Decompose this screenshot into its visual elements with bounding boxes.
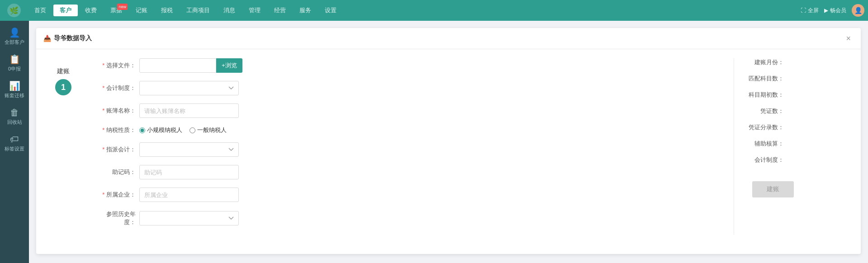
ledger-name-row: 账簿名称：: [100, 103, 725, 118]
app-logo: 🌿: [4, 0, 24, 21]
migration-icon: 📊: [9, 81, 20, 90]
assign-accountant-select[interactable]: [139, 142, 239, 157]
file-label: 选择文件：: [100, 61, 136, 70]
nav-item-manage[interactable]: 管理: [242, 5, 267, 16]
dialog-title: 📥 导爷数据导入: [43, 34, 92, 42]
tax-nature-label: 纳税性质：: [100, 126, 136, 134]
logo-icon: 🌿: [7, 4, 21, 17]
assign-accountant-label: 指派会计：: [100, 146, 136, 154]
match-subjects-label: 匹配科目数：: [743, 75, 784, 83]
sidebar-item-recycle[interactable]: 🗑 回收站: [1, 104, 28, 129]
vip-button[interactable]: ▶ 畅会员: [824, 7, 846, 14]
fullscreen-icon: ⛶: [801, 7, 806, 14]
info-accounting-system-row: 会计制度：: [743, 156, 852, 164]
memo-code-row: 助记码：: [100, 165, 725, 179]
declaration-icon: 📋: [9, 55, 20, 64]
nav-items: 首页 客户 收费 票据 new 记账 报税 工商项目 消息 管理 经营 服务 设…: [28, 5, 801, 16]
avatar[interactable]: 👤: [852, 4, 864, 17]
accounting-system-select[interactable]: [139, 81, 239, 95]
memo-code-label: 助记码：: [100, 168, 136, 176]
sidebar-item-declaration[interactable]: 📋 0申报: [1, 51, 28, 76]
auxiliary-row: 辅助核算：: [743, 140, 852, 148]
nav-item-invoice[interactable]: 票据 new: [104, 5, 128, 16]
nav-item-message[interactable]: 消息: [217, 5, 242, 16]
nav-item-accounting[interactable]: 记账: [129, 5, 154, 16]
reference-year-row: 参照历史年度：: [100, 210, 725, 226]
nav-item-home[interactable]: 首页: [28, 5, 52, 16]
voucher-count-label: 凭证数：: [743, 107, 784, 115]
accounting-system-row: 会计制度：: [100, 81, 725, 95]
top-nav: 🌿 首页 客户 收费 票据 new 记账 报税 工商项目 消息 管理 经营 服务…: [0, 0, 868, 21]
nav-item-settings[interactable]: 设置: [318, 5, 343, 16]
info-accounting-system-label: 会计制度：: [743, 156, 784, 164]
match-subjects-row: 匹配科目数：: [743, 75, 852, 83]
nav-item-service[interactable]: 服务: [293, 5, 318, 16]
vip-icon: ▶: [824, 7, 828, 14]
ledger-name-input[interactable]: [139, 103, 239, 118]
nav-item-business[interactable]: 工商项目: [180, 5, 216, 16]
tax-small-option[interactable]: 小规模纳税人: [139, 126, 182, 134]
form-section: 选择文件： +浏览 会计制度：: [90, 58, 734, 235]
nav-item-tax[interactable]: 报税: [155, 5, 179, 16]
dialog-body: 建账 1 选择文件： +浏览 会计制度：: [36, 49, 861, 244]
voucher-entries-label: 凭证分录数：: [743, 123, 784, 132]
step-label: 建账: [57, 67, 70, 75]
file-input-group: +浏览: [139, 58, 242, 73]
dialog-close-button[interactable]: ×: [843, 33, 854, 43]
tag-icon: 🏷: [10, 135, 19, 144]
tax-small-radio[interactable]: [139, 127, 145, 133]
sidebar-item-account-migration[interactable]: 📊 账套迁移: [1, 78, 28, 103]
main-layout: 👤 全部客户 📋 0申报 📊 账套迁移 🗑 回收站 🏷 标签设置 📥 导爷: [0, 21, 868, 263]
tax-nature-row: 纳税性质： 小规模纳税人 一般纳税人: [100, 126, 725, 134]
step-section: 建账 1: [36, 58, 90, 235]
step-circle: 1: [55, 79, 71, 95]
tax-general-label: 一般纳税人: [197, 126, 227, 134]
main-content: 📥 导爷数据导入 × 建账 1 选择文件：: [29, 21, 868, 263]
browse-button[interactable]: +浏览: [216, 58, 242, 73]
file-row: 选择文件： +浏览: [100, 58, 725, 73]
file-input[interactable]: [139, 58, 216, 73]
tax-nature-radio-group: 小规模纳税人 一般纳税人: [139, 126, 227, 134]
build-month-row: 建账月份：: [743, 58, 852, 66]
voucher-count-row: 凭证数：: [743, 107, 852, 115]
tax-small-label: 小规模纳税人: [147, 126, 182, 134]
nav-item-economy[interactable]: 经营: [268, 5, 292, 16]
import-icon: 📥: [43, 35, 51, 42]
nav-item-customer[interactable]: 客户: [53, 5, 78, 16]
dialog-header: 📥 导爷数据导入 ×: [36, 28, 861, 49]
company-label: 所属企业：: [100, 191, 136, 199]
memo-code-input[interactable]: [139, 165, 239, 179]
new-badge: new: [117, 4, 128, 10]
sidebar-item-all-customers[interactable]: 👤 全部客户: [1, 24, 28, 49]
trash-icon: 🗑: [10, 108, 19, 117]
nav-right: ⛶ 全屏 ▶ 畅会员 👤: [801, 4, 864, 17]
nav-item-billing[interactable]: 收费: [79, 5, 103, 16]
tax-general-radio[interactable]: [190, 127, 195, 133]
reference-year-select[interactable]: [139, 211, 239, 225]
company-row: 所属企业：: [100, 188, 725, 202]
voucher-entries-row: 凭证分录数：: [743, 123, 852, 132]
subjects-initial-row: 科目期初数：: [743, 91, 852, 99]
build-account-button[interactable]: 建账: [752, 181, 794, 197]
company-input[interactable]: [139, 188, 239, 202]
accounting-system-label: 会计制度：: [100, 84, 136, 92]
assign-accountant-row: 指派会计：: [100, 142, 725, 157]
info-section: 建账月份： 匹配科目数： 科目期初数： 凭证数：: [734, 58, 861, 235]
fullscreen-button[interactable]: ⛶ 全屏: [801, 7, 819, 14]
auxiliary-label: 辅助核算：: [743, 140, 784, 148]
build-month-label: 建账月份：: [743, 58, 784, 66]
tax-general-option[interactable]: 一般纳税人: [190, 126, 227, 134]
sidebar-item-tag-settings[interactable]: 🏷 标签设置: [1, 131, 28, 156]
person-icon: 👤: [9, 28, 20, 37]
ledger-name-label: 账簿名称：: [100, 107, 136, 115]
reference-year-label: 参照历史年度：: [100, 210, 136, 226]
subjects-initial-label: 科目期初数：: [743, 91, 784, 99]
dialog-container: 📥 导爷数据导入 × 建账 1 选择文件：: [36, 28, 861, 254]
sidebar: 👤 全部客户 📋 0申报 📊 账套迁移 🗑 回收站 🏷 标签设置: [0, 21, 29, 263]
